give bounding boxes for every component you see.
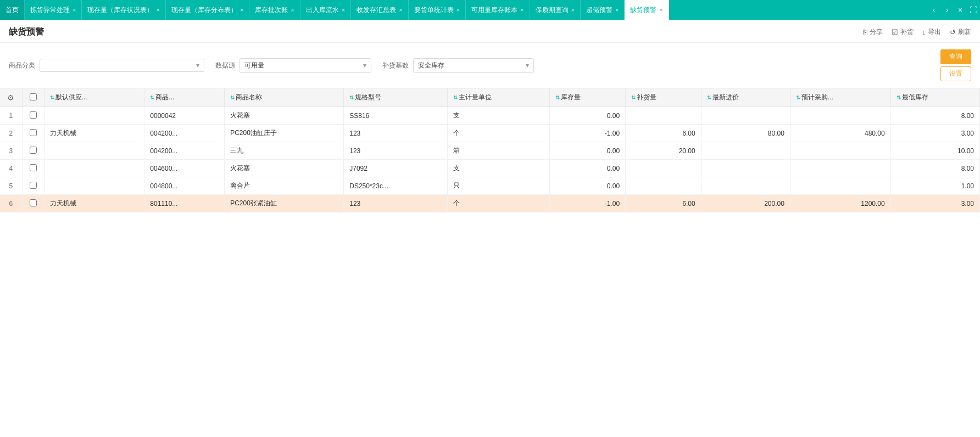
settings-button[interactable]: 设置: [940, 66, 971, 81]
share-icon: ⎘: [863, 28, 867, 36]
col-unit[interactable]: ⇅主计量单位: [447, 88, 550, 107]
replenish-button[interactable]: ☑ 补货: [892, 27, 914, 37]
table-header-row: ⚙ ⇅默认供应... ⇅商品... ⇅商品名称 ⇅规格型号 ⇅主计量单位 ⇅库存…: [0, 88, 980, 107]
tab-close-expiry[interactable]: ×: [571, 7, 575, 13]
tab-stockout[interactable]: 缺货预警×: [625, 0, 669, 20]
row-supplier: [44, 160, 144, 177]
page-title: 缺货预警: [9, 26, 44, 38]
tab-close-available-ledger[interactable]: ×: [520, 7, 524, 13]
row-unit: 个: [447, 195, 550, 212]
row-spec: 123: [344, 195, 447, 212]
tab-close-stock-dist[interactable]: ×: [240, 7, 243, 13]
datasource-label: 数据源: [215, 61, 235, 70]
row-checkbox[interactable]: [30, 129, 37, 136]
tab-fullscreen[interactable]: ⛶: [967, 5, 980, 14]
tab-available-ledger[interactable]: 可用量库存账本×: [466, 0, 530, 20]
tab-label-order-stats: 要货单统计表: [414, 5, 454, 15]
col-supplier[interactable]: ⇅默认供应...: [44, 88, 144, 107]
row-checkbox-cell: [22, 107, 44, 125]
row-checkbox[interactable]: [30, 199, 37, 206]
row-checkbox[interactable]: [30, 182, 37, 189]
export-label: 导出: [928, 27, 941, 37]
row-checkbox-cell: [22, 142, 44, 160]
tab-close-receive-summary[interactable]: ×: [399, 7, 402, 13]
tab-close-stockout[interactable]: ×: [659, 7, 662, 13]
tab-receive-summary[interactable]: 收发存汇总表×: [351, 0, 408, 20]
refresh-label: 刷新: [958, 27, 971, 37]
col-goods-name[interactable]: ⇅商品名称: [225, 88, 344, 107]
row-supplier: [44, 142, 144, 160]
tab-stock-status[interactable]: 现存量（库存状况表）×: [82, 0, 165, 20]
row-goods-name: 火花塞: [225, 107, 344, 125]
col-stock[interactable]: ⇅库存量: [550, 88, 626, 107]
row-stock: -1.00: [550, 125, 626, 142]
category-filter: 商品分类 ▾: [9, 59, 204, 72]
tab-close-inout-flow[interactable]: ×: [342, 7, 345, 13]
row-est-purchase: [790, 142, 890, 160]
tab-stock-dist[interactable]: 现存量（库存分布表）×: [166, 0, 249, 20]
row-spec: DS250*23c...: [344, 177, 447, 195]
tab-scroll-left[interactable]: ‹: [927, 5, 940, 14]
export-button[interactable]: ↓ 导出: [922, 27, 942, 37]
tab-close-batch[interactable]: ×: [291, 7, 294, 13]
tab-close-stock-status[interactable]: ×: [156, 7, 159, 13]
row-supplier: 力天机械: [44, 195, 144, 212]
query-button[interactable]: 查询: [940, 49, 971, 64]
page-content: 缺货预警 ⎘ 分享 ☑ 补货 ↓ 导出 ↺ 刷新 商品分类: [0, 20, 980, 437]
row-unit: 支: [447, 107, 550, 125]
tab-home[interactable]: 首页: [0, 0, 25, 20]
replenish-base-select[interactable]: 安全库存 ▾: [413, 58, 534, 73]
tab-inout-flow[interactable]: 出入库流水×: [300, 0, 351, 20]
row-checkbox[interactable]: [30, 147, 37, 154]
tab-close-order-stats[interactable]: ×: [456, 7, 460, 13]
refresh-button[interactable]: ↺ 刷新: [950, 27, 971, 37]
tab-close-exception[interactable]: ×: [73, 7, 76, 13]
datasource-select[interactable]: 可用量 ▾: [240, 58, 371, 73]
row-est-purchase: [790, 177, 890, 195]
category-select[interactable]: ▾: [40, 59, 204, 72]
tab-close-all[interactable]: ×: [954, 5, 967, 14]
tab-expiry[interactable]: 保质期查询×: [530, 0, 581, 20]
tab-label-expiry: 保质期查询: [536, 5, 569, 15]
row-stock: 0.00: [550, 160, 626, 177]
gear-icon[interactable]: ⚙: [7, 93, 14, 102]
category-label: 商品分类: [9, 61, 35, 70]
row-goods-code: 004800...: [144, 177, 225, 195]
tab-close-overstock[interactable]: ×: [615, 7, 619, 13]
tab-label-batch: 库存批次账: [255, 5, 288, 15]
row-est-purchase: [790, 107, 890, 125]
tab-scroll-right[interactable]: ›: [940, 5, 954, 14]
col-est-purchase[interactable]: ⇅预计采购...: [790, 88, 890, 107]
select-all-checkbox[interactable]: [30, 93, 37, 100]
category-chevron: ▾: [196, 61, 199, 69]
row-num: 1: [0, 107, 22, 125]
table-row: 1 0000042 火花塞 SS816 支 0.00 8.00: [0, 107, 980, 125]
col-spec[interactable]: ⇅规格型号: [344, 88, 447, 107]
col-goods-code[interactable]: ⇅商品...: [144, 88, 225, 107]
tab-label-receive-summary: 收发存汇总表: [357, 5, 396, 15]
col-latest-price[interactable]: ⇅最新进价: [701, 88, 790, 107]
row-replenish: [626, 107, 701, 125]
row-goods-name: 离合片: [225, 177, 344, 195]
row-replenish: [626, 177, 701, 195]
row-checkbox[interactable]: [30, 164, 37, 171]
row-replenish: [626, 160, 701, 177]
tab-batch[interactable]: 库存批次账×: [249, 0, 300, 20]
row-min-stock: 1.00: [890, 177, 979, 195]
row-min-stock: 8.00: [890, 160, 979, 177]
table-container: ⚙ ⇅默认供应... ⇅商品... ⇅商品名称 ⇅规格型号 ⇅主计量单位 ⇅库存…: [0, 88, 980, 212]
replenish-base-value: 安全库存: [418, 61, 444, 70]
tab-order-stats[interactable]: 要货单统计表×: [409, 0, 466, 20]
row-replenish: 6.00: [626, 195, 701, 212]
row-stock: -1.00: [550, 195, 626, 212]
row-checkbox-cell: [22, 160, 44, 177]
col-gear[interactable]: ⚙: [0, 88, 22, 107]
tab-exception[interactable]: 拣货异常处理×: [25, 0, 82, 20]
col-min-stock[interactable]: ⇅最低库存: [890, 88, 979, 107]
row-checkbox[interactable]: [30, 111, 37, 119]
replenish-icon: ☑: [892, 28, 898, 36]
col-replenish[interactable]: ⇅补货量: [626, 88, 701, 107]
row-num: 5: [0, 177, 22, 195]
tab-overstock[interactable]: 超储预警×: [581, 0, 625, 20]
share-button[interactable]: ⎘ 分享: [863, 27, 883, 37]
